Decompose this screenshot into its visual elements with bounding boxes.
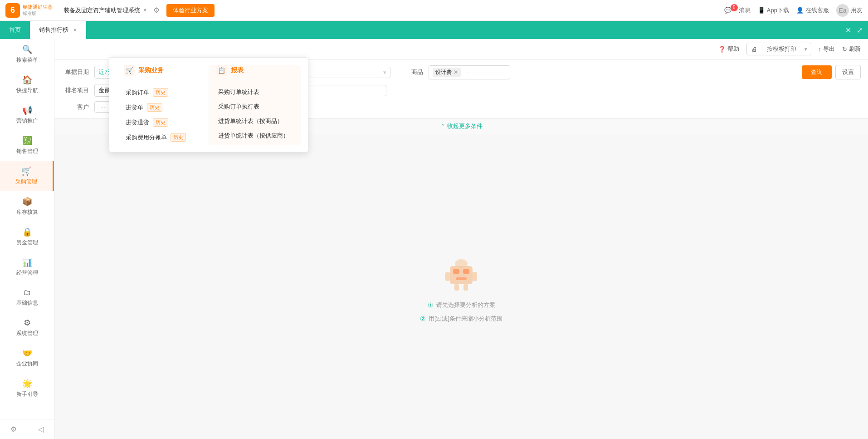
empty-hint-1-text: 请先选择要分析的方案 [436, 301, 495, 309]
empty-svg [439, 250, 484, 296]
sidebar-item-system[interactable]: ⚙ 系统管理 [0, 312, 54, 343]
svg-rect-3 [456, 277, 467, 280]
cooperation-icon: 🤝 [22, 348, 32, 358]
sidebar-item-finance[interactable]: 🔒 资金管理 [0, 222, 54, 252]
online-service-button[interactable]: 👤 在线客服 [796, 6, 829, 15]
sidebar-purchase-label: 采购管理 [15, 178, 37, 186]
top-bar: 6 畅捷通好生意 标准版 装备及固定资产辅助管理系统 ▾ ⚙ 体验行业方案 💬 … [0, 0, 868, 21]
trial-button[interactable]: 体验行业方案 [166, 4, 215, 17]
sidebar-item-guide[interactable]: 🌟 新手引导 [0, 373, 54, 404]
system-title: 装备及固定资产辅助管理系统 [63, 6, 140, 15]
message-label: 消息 [739, 6, 751, 15]
avatar: Ea [836, 4, 849, 17]
help-icon: ❓ [718, 46, 726, 53]
sidebar-settings-button[interactable]: ⚙ [10, 425, 17, 434]
online-service-label: 在线客服 [805, 6, 829, 15]
purchase-order-label: 采购订单 [126, 89, 149, 97]
goods-tag: 设计费 ✕ [433, 68, 461, 77]
collapse-label: 收起更多条件 [447, 122, 483, 130]
sidebar-item-purchase[interactable]: 🛒 采购管理 [0, 161, 54, 191]
setting-button[interactable]: 设置 [835, 65, 861, 79]
purchase-icon: 🛒 [21, 166, 31, 176]
svg-rect-5 [473, 272, 477, 281]
sidebar-item-sales[interactable]: 💹 销售管理 [0, 130, 54, 161]
report-menu-col: 📋 报表 采购订单统计表 采购订单执行表 进货单统计表（按商品） 进货单统计表（… [209, 65, 301, 145]
report-inbound-supplier-item[interactable]: 进货单统计表（按供应商） [216, 128, 294, 143]
purchase-expense-badge: 历史 [171, 133, 186, 142]
top-right-area: 💬 5 消息 📱 App下载 👤 在线客服 Ea 用友 [724, 4, 863, 17]
purchase-expense-item[interactable]: 采购费用分摊单 历史 [124, 130, 201, 145]
svg-rect-0 [450, 266, 473, 284]
report-col-header: 📋 报表 [216, 65, 294, 79]
system-icon: ⚙ [24, 318, 31, 328]
sidebar-system-label: 系统管理 [16, 330, 38, 337]
export-button[interactable]: ↑ 导出 [819, 45, 835, 53]
report-order-exec-item[interactable]: 采购订单执行表 [216, 99, 294, 114]
sidebar-operation-label: 经营管理 [16, 269, 38, 277]
dropdown-arrow-icon[interactable]: ▾ [144, 7, 146, 13]
tab-sales-ranking[interactable]: 销售排行榜 ✕ [30, 21, 86, 39]
message-button[interactable]: 💬 5 消息 [724, 6, 751, 15]
print-label[interactable]: 按模板打印 [762, 43, 801, 55]
svg-point-8 [455, 259, 468, 268]
goods-more-icon[interactable]: ··· [464, 69, 469, 76]
service-icon: 👤 [796, 7, 804, 14]
empty-illustration [439, 250, 484, 296]
help-button[interactable]: ❓ 帮助 [718, 45, 739, 53]
sidebar-guide-label: 新手引导 [16, 390, 38, 398]
settings-icon[interactable]: ⚙ [150, 4, 163, 17]
print-button[interactable]: 🖨 按模板打印 ▾ [746, 43, 811, 55]
report-col-icon: 📋 [216, 65, 227, 76]
purchase-inbound-item[interactable]: 进货单 历史 [124, 100, 201, 115]
report-order-stat-item[interactable]: 采购订单统计表 [216, 85, 294, 99]
sidebar-item-search[interactable]: 🔍 搜索菜单 [0, 39, 54, 69]
tab-home-label: 首页 [9, 26, 21, 34]
tab-close-icon[interactable]: ✕ [73, 27, 77, 33]
sidebar-item-quick[interactable]: 🏠 快捷导航 [0, 69, 54, 100]
purchase-col-icon: 🛒 [124, 65, 135, 76]
user-menu[interactable]: Ea 用友 [836, 4, 863, 17]
purchase-return-item[interactable]: 进货退货 历史 [124, 115, 201, 130]
goods-tag-remove-icon[interactable]: ✕ [454, 69, 458, 75]
sidebar-item-basic[interactable]: 🗂 基础信息 [0, 282, 54, 312]
svg-rect-2 [463, 269, 469, 274]
tab-maximize-icon[interactable]: ⤢ [857, 26, 863, 35]
sidebar-search-label: 搜索菜单 [16, 56, 38, 64]
refresh-button[interactable]: ↻ 刷新 [842, 45, 861, 53]
logo-icon: 6 [5, 3, 20, 18]
top-toolbar: ❓ 帮助 🖨 按模板打印 ▾ ↑ 导出 ↻ 刷新 [54, 39, 868, 59]
purchase-order-item[interactable]: 采购订单 历史 [124, 85, 201, 100]
tab-home[interactable]: 首页 [0, 21, 30, 39]
print-dropdown-arrow[interactable]: ▾ [801, 44, 811, 54]
guide-icon: 🌟 [22, 379, 32, 389]
main-layout: 🔍 搜索菜单 🏠 快捷导航 📢 营销推广 💹 销售管理 🛒 采购管理 📦 库存核… [0, 39, 868, 439]
sidebar-basic-label: 基础信息 [16, 299, 38, 307]
svg-rect-7 [463, 284, 468, 291]
rank-label: 排名项目 [62, 86, 89, 94]
goods-label: 商品 [396, 68, 423, 76]
query-button[interactable]: 查询 [802, 65, 832, 79]
report-order-exec-label: 采购订单执行表 [218, 103, 259, 111]
sidebar-item-operation[interactable]: 📊 经营管理 [0, 252, 54, 282]
sidebar-item-inventory[interactable]: 📦 库存核算 [0, 191, 54, 222]
sidebar-item-marketing[interactable]: 📢 营销推广 [0, 100, 54, 130]
sidebar-item-cooperation[interactable]: 🤝 企业协同 [0, 343, 54, 373]
logo-text: 畅捷通好生意 [23, 4, 53, 10]
refresh-icon: ↻ [842, 46, 847, 53]
tab-close-all-icon[interactable]: ✕ [845, 26, 851, 35]
goods-input[interactable]: 设计费 ✕ ··· [429, 65, 510, 79]
date-label: 单据日期 [62, 68, 89, 76]
print-icon: 🖨 [747, 44, 762, 54]
sidebar-collapse-button[interactable]: ◁ [38, 425, 44, 434]
app-download-button[interactable]: 📱 App下载 [758, 6, 789, 15]
logo-sub: 标准版 [23, 10, 53, 17]
top-nav: 装备及固定资产辅助管理系统 ▾ ⚙ 体验行业方案 [63, 4, 724, 17]
purchase-order-badge: 历史 [153, 88, 168, 97]
refresh-label: 刷新 [849, 45, 861, 53]
purchase-menu-col: 🛒 采购业务 采购订单 历史 进货单 历史 进货退货 历史 采购费用分摊单 [117, 65, 209, 145]
svg-rect-4 [445, 272, 450, 281]
basic-icon: 🗂 [23, 288, 31, 297]
report-inbound-goods-item[interactable]: 进货单统计表（按商品） [216, 114, 294, 128]
purchase-inbound-label: 进货单 [126, 104, 143, 112]
customer-more-icon[interactable]: ··· [100, 104, 105, 110]
